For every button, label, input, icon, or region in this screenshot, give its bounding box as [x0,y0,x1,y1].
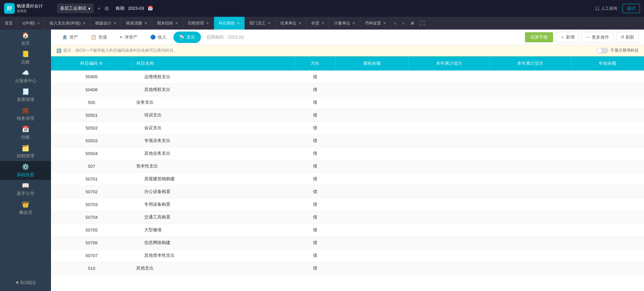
cell-debit [409,96,490,109]
sidebar-item-home[interactable]: 🏠 首页 [0,30,51,48]
tab-subject[interactable]: 科目期初 ✕ [214,17,245,30]
tab-partner-close[interactable]: ✕ [299,21,302,26]
tab-prev-button[interactable]: ‹ [391,17,399,30]
cell-credit [490,249,571,262]
table-row[interactable]: 507 资本性支出 借 [51,160,644,173]
cell-dir: 借 [295,236,335,249]
refresh-icon: ↺ [621,35,624,40]
sidebar-item-ledger[interactable]: 📒 总账 [0,48,51,67]
cell-credit [490,109,571,122]
tab-home-label: 首页 [5,20,13,26]
tab-dept-close[interactable]: ✕ [268,21,271,26]
more-button[interactable]: ⋯ 更多操作 [582,32,613,43]
toggle-switch[interactable] [596,48,608,54]
sidebar-item-guide[interactable]: 📖 新手引导 [0,180,51,199]
disable-toggle[interactable]: 不显示禁用科目 [596,48,639,54]
guide-icon: 📖 [22,182,29,189]
tab-archive-close[interactable]: ✕ [206,21,209,26]
sidebar-item-settings[interactable]: ⚙️ 基础设置 [0,161,51,180]
balance-button[interactable]: 试算平衡 [525,32,553,42]
tab-income[interactable]: 收入支出表(年报) ✕ [45,17,91,30]
cell-code: 50702 [51,185,132,198]
cell-credit [490,70,571,83]
tab-tax-close[interactable]: ✕ [144,21,147,26]
logo-icon: 好 [4,3,15,14]
table-row[interactable]: 50504 其他业务支出 借 [51,147,644,160]
table-row[interactable]: 50704 交通工具购置 借 [51,211,644,224]
settings-icon[interactable]: ⚙ [104,5,109,12]
tab-unit-close[interactable]: ✕ [352,21,355,26]
table-row[interactable]: 50703 专用设备购置 借 [51,198,644,211]
subtab-expense[interactable]: 📡 支出 [173,32,201,43]
tab-expand-button[interactable]: ⛶ [417,17,427,30]
tab-subject-close[interactable]: ✕ [237,21,240,26]
tab-partner[interactable]: 往来单位 ✕ [276,17,307,30]
table-row[interactable]: 50702 办公设备购置 借 [51,185,644,198]
cell-balance [335,262,409,275]
cell-dir: 借 [295,70,335,83]
top-header: 好 畅捷通好会计 旗舰版 基层工会测试 ▾ ＋ ⚙ 账期 2023-03 📅 🎧… [0,0,644,17]
cell-name: 业务支出 [132,96,294,109]
project-selector[interactable]: 基层工会测试 ▾ [57,4,94,13]
tab-template-close[interactable]: ✕ [113,21,116,26]
sidebar-collapse-button[interactable]: ◀ 取消固定 [3,277,48,288]
cell-dir: 借 [295,109,335,122]
tab-close-period-close[interactable]: ✕ [175,21,178,26]
tab-close-period-label: 期末结转 [157,20,173,26]
tab-close-all-button[interactable]: ✕ [407,17,417,30]
tab-next-button[interactable]: › [399,17,407,30]
sidebar-item-close[interactable]: 📅 结账 [0,124,51,142]
tab-dept[interactable]: 部门员工 ✕ [245,17,276,30]
tab-inventory[interactable]: 存货 ✕ [307,17,329,30]
table-row[interactable]: 50707 其他资本性支出 借 [51,249,644,262]
tab-currency-label: 币种设置 [365,20,381,26]
tab-period-close[interactable]: ✕ [37,21,40,26]
table-row[interactable]: 50706 信息网络购建 借 [51,236,644,249]
table-row[interactable]: 50701 房屋建筑物购建 借 [51,173,644,185]
column-settings-icon[interactable]: ⚙ [99,61,103,66]
sidebar-item-invoice[interactable]: 🧾 发票管理 [0,86,51,105]
sidebar-item-archive[interactable]: 🗂️ 归档管理 [0,142,51,161]
cell-name: 培训支出 [132,109,294,122]
table-row[interactable]: 50502 会议支出 借 [51,122,644,134]
cell-year [571,70,644,83]
refresh-button[interactable]: ↺ 刷新 [616,32,639,43]
liability-icon: 📋 [91,35,96,40]
table-row[interactable]: 50406 其他维权支出 借 [51,83,644,96]
tab-close-period[interactable]: 期末结转 ✕ [152,17,183,30]
account-button[interactable]: 会计 [623,4,640,13]
tab-inventory-close[interactable]: ✕ [321,21,324,26]
sidebar-item-member[interactable]: 👑 畅会员 [0,199,51,217]
table-row[interactable]: 50503 专项业务支出 借 [51,134,644,147]
table-row[interactable]: 510 其他支出 借 [51,262,644,275]
subtab-liability[interactable]: 📋 负债 [85,32,113,43]
sidebar-item-tax[interactable]: 💼 税务管理 [0,105,51,124]
tab-unit[interactable]: 计量单位 ✕ [329,17,360,30]
tab-template[interactable]: 模版设计 ✕ [91,17,121,30]
table-row[interactable]: 50405 运维维权支出 借 [51,70,644,83]
cell-credit [490,224,571,236]
cell-year [571,83,644,96]
table-row[interactable]: 505 业务支出 借 [51,96,644,109]
tab-currency-close[interactable]: ✕ [383,21,386,26]
toolbar-right: 试算平衡 ＋ 新增 ⋯ 更多操作 ↺ 刷新 [525,32,639,43]
tab-home[interactable]: 首页 [0,17,18,30]
tab-tax[interactable]: 税表清册 ✕ [121,17,152,30]
calendar-icon[interactable]: 📅 [148,6,153,11]
subtab-income[interactable]: 🔵 收入 [145,32,172,43]
table-row[interactable]: 50705 大型修缮 借 [51,224,644,236]
table-row[interactable]: 50501 培训支出 借 [51,109,644,122]
tab-period[interactable]: ε(中期) ✕ [18,17,45,30]
cell-year [571,185,644,198]
add-button[interactable]: ＋ 新增 [556,32,579,43]
cell-balance [335,83,409,96]
cell-name: 信息网络购建 [132,236,294,249]
sidebar-item-cloud[interactable]: ☁️ 云报表中心 [0,67,51,86]
tab-currency[interactable]: 币种设置 ✕ [360,17,391,30]
tab-archive[interactable]: 归档管理 ✕ [183,17,214,30]
tab-income-close[interactable]: ✕ [83,21,86,26]
subtab-asset[interactable]: 🏦 资产 [56,32,84,43]
add-tab-icon[interactable]: ＋ [96,5,102,12]
help-button[interactable]: 🎧 人工咨询 [595,6,617,11]
subtab-equity[interactable]: ≡ 净资产 [114,32,143,43]
